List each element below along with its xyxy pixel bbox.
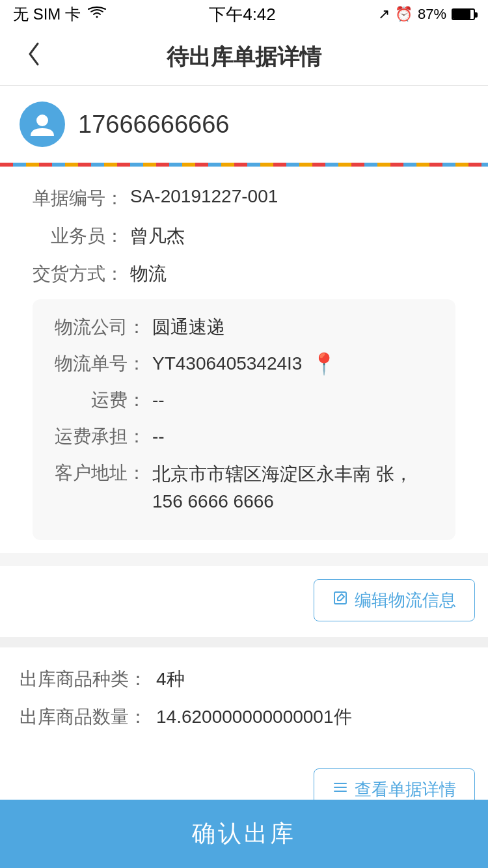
map-pin-icon[interactable]: 📍 [311,351,337,376]
status-right: ↗ ⏰ 87% [378,6,475,23]
logistics-tracking-value: YT43064053424I3 📍 [152,351,440,376]
freight-bearer-label: 运费承担： [48,424,146,449]
document-number-label: 单据编号： [20,186,124,211]
logistics-card: 物流公司： 圆通速递 物流单号： YT43064053424I3 📍 运费： -… [33,299,455,540]
status-time: 下午4:42 [209,3,276,26]
logistics-company-value: 圆通速递 [152,315,440,340]
delivery-label: 交货方式： [20,262,124,286]
customer-header: 17666666666 [0,86,488,163]
view-detail-label: 查看单据详情 [355,778,456,801]
salesman-row: 业务员： 曾凡杰 [20,224,468,249]
goods-type-row: 出库商品种类： 4种 [20,667,468,692]
freight-bearer-value: -- [152,426,440,447]
goods-type-label: 出库商品种类： [20,667,150,692]
goods-quantity-label: 出库商品数量： [20,705,150,729]
logistics-company-row: 物流公司： 圆通速递 [48,315,440,340]
svg-rect-1 [334,592,346,604]
battery-icon [452,8,475,20]
edit-logistics-row: 编辑物流信息 [0,566,488,637]
status-bar: 无 SIM 卡 下午4:42 ↗ ⏰ 87% [0,0,488,29]
location-status-icon: ↗ [378,6,390,23]
edit-logistics-button[interactable]: 编辑物流信息 [314,579,475,621]
confirm-button-container: 确认出库 [0,800,488,868]
logistics-tracking-label: 物流单号： [48,351,146,376]
goods-section: 出库商品种类： 4种 出库商品数量： 14.620000000000001件 [0,647,488,755]
alarm-icon: ⏰ [395,6,413,23]
back-button[interactable] [20,34,48,79]
wifi-icon [87,5,107,23]
status-left: 无 SIM 卡 [13,4,107,25]
nav-bar: 待出库单据详情 [0,29,488,86]
salesman-label: 业务员： [20,224,124,249]
avatar [20,102,65,147]
edit-icon [332,590,348,610]
page-title: 待出库单据详情 [167,42,321,72]
document-info-section: 单据编号： SA-20191227-001 业务员： 曾凡杰 交货方式： 物流 … [0,167,488,553]
freight-value: -- [152,390,440,411]
address-value: 北京市市辖区海淀区永丰南 张，156 6666 6666 [152,461,440,515]
goods-quantity-row: 出库商品数量： 14.620000000000001件 [20,705,468,729]
address-row: 客户地址： 北京市市辖区海淀区永丰南 张，156 6666 6666 [48,461,440,515]
logistics-company-label: 物流公司： [48,315,146,340]
freight-bearer-row: 运费承担： -- [48,424,440,449]
document-number-value: SA-20191227-001 [130,186,468,207]
section-divider-1 [0,637,488,647]
address-label: 客户地址： [48,461,146,485]
list-icon [332,780,348,800]
customer-phone: 17666666666 [78,111,229,139]
goods-quantity-value: 14.620000000000001件 [156,705,352,729]
svg-point-0 [36,115,48,126]
battery-text: 87% [418,6,446,23]
confirm-button[interactable]: 确认出库 [192,818,296,850]
logistics-tracking-row: 物流单号： YT43064053424I3 📍 [48,351,440,376]
freight-row: 运费： -- [48,388,440,413]
freight-label: 运费： [48,388,146,413]
edit-logistics-label: 编辑物流信息 [355,589,456,612]
delivery-row: 交货方式： 物流 [20,262,468,286]
delivery-value: 物流 [130,262,468,286]
document-number-row: 单据编号： SA-20191227-001 [20,186,468,211]
salesman-value: 曾凡杰 [130,224,468,249]
carrier-text: 无 SIM 卡 [13,4,81,25]
goods-type-value: 4种 [156,667,185,692]
